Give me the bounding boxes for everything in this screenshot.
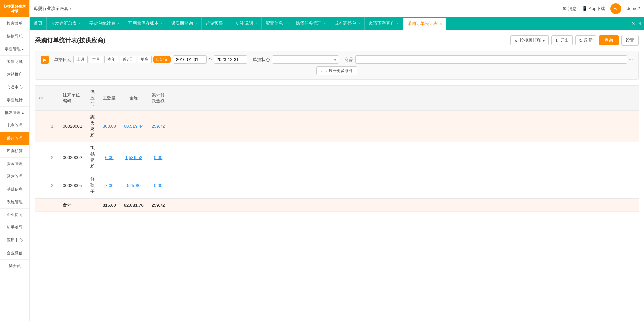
- expand-icon: ⌄⌄: [321, 69, 327, 73]
- sidebar-item-inventory[interactable]: 库存核算: [0, 145, 29, 158]
- workspace-selector[interactable]: 母婴行业演示账套 ▾: [34, 6, 560, 12]
- quantity-link-2[interactable]: 7.00: [105, 183, 113, 188]
- user-avatar[interactable]: Ea: [610, 3, 621, 14]
- expand-tabs-btn[interactable]: ⊡: [637, 21, 641, 26]
- sidebar-item-wholesale[interactable]: 批发管理 ▲: [0, 107, 29, 119]
- quantity-link-0[interactable]: 303.00: [103, 124, 116, 129]
- sidebar-item-enterprise-wx[interactable]: 企业微信: [0, 247, 29, 260]
- date-this-month-btn[interactable]: 本月: [89, 56, 103, 63]
- amount-link-2[interactable]: 525.80: [127, 183, 141, 188]
- nav-tab-purchase-summary[interactable]: 要货单统计表 ×: [85, 17, 124, 30]
- nav-tab-available-stock[interactable]: 可用量库存账本 ×: [124, 17, 167, 30]
- topbar-actions: ✉ 消息 📱 App下载 Ea demo2: [563, 3, 640, 14]
- date-this-year-btn[interactable]: 本年: [104, 56, 118, 63]
- template-print-label: 按模板打印: [520, 37, 541, 43]
- nav-tab-cost-adjust[interactable]: 成本调整单 ×: [330, 17, 365, 30]
- nav-tab-close-cost-adjust[interactable]: ×: [358, 21, 360, 25]
- nav-tab-label-purchase-order-summary: 采购订单统计表: [407, 21, 438, 27]
- sidebar-item-members[interactable]: 会员中心: [0, 81, 29, 94]
- settings-btn[interactable]: 设置: [621, 35, 639, 46]
- nav-tab-close-overstock[interactable]: ×: [225, 21, 227, 25]
- sidebar-arrow-icon: ▲: [21, 47, 25, 51]
- message-icon: ✉: [563, 6, 567, 11]
- nav-tab-label-pick-task: 拣货任务管理: [296, 20, 322, 26]
- template-arrow-icon: ▾: [543, 38, 545, 43]
- nav-tab-home[interactable]: 首页: [30, 17, 47, 30]
- nav-tab-label-cost-adjust: 成本调整单: [334, 20, 356, 26]
- row-num-2: 3: [47, 173, 57, 199]
- sidebar-item-basic[interactable]: 基础信息: [0, 183, 29, 196]
- sidebar-item-operation[interactable]: 经营管理: [0, 170, 29, 183]
- template-print-btn[interactable]: 🖨 按模板打印 ▾: [510, 35, 549, 45]
- nav-tab-invite-downstream[interactable]: 邀请下游客户 ×: [365, 17, 403, 30]
- nav-tab-close-available-stock[interactable]: ×: [161, 21, 163, 25]
- logo-text: 畅捷通好生意标版: [4, 4, 26, 14]
- sidebar-item-newbie[interactable]: 新手引导: [0, 221, 29, 234]
- filter-row: ▶ 单据日期 上月 本月 本年 近7天 更多 自定义: [41, 55, 633, 64]
- paid-link-2[interactable]: 0.00: [154, 183, 162, 188]
- sidebar-item-system[interactable]: 系统管理: [0, 196, 29, 209]
- sidebar-search-section[interactable]: 搜索菜单: [0, 17, 29, 30]
- date-custom-btn[interactable]: 自定义: [153, 56, 171, 63]
- goods-input[interactable]: [355, 55, 627, 64]
- nav-tab-close-invite-downstream[interactable]: ×: [397, 21, 399, 25]
- date-more-btn[interactable]: 更多: [138, 56, 152, 63]
- sidebar-item-retail-stats[interactable]: 零售统计: [0, 94, 29, 107]
- quantity-link-1[interactable]: 6.00: [105, 155, 113, 160]
- row-amount-1: 1,586.52: [120, 142, 148, 173]
- sidebar-item-app-center[interactable]: 应用中心: [0, 234, 29, 247]
- row-paid-2: 0.00: [148, 173, 169, 199]
- refresh-btn[interactable]: ↻ 刷新: [575, 35, 596, 45]
- goods-more-btn[interactable]: ···: [629, 57, 633, 63]
- row-quantity-0: 303.00: [99, 111, 120, 142]
- content-area: 采购订单统计表(按供应商) 🖨 按模板打印 ▾ ⬇ 导出 ↻ 刷新: [30, 30, 644, 321]
- expand-more-btn[interactable]: ⌄⌄ 展开更多条件: [316, 66, 357, 75]
- row-settings-0: [35, 111, 47, 142]
- date-range-separator: 至: [208, 57, 212, 63]
- amount-link-1[interactable]: 1,586.52: [125, 155, 142, 160]
- nav-tab-close-config-info[interactable]: ×: [285, 21, 287, 25]
- paid-link-0[interactable]: 259.72: [152, 124, 165, 129]
- nav-tab-close-expiry-query[interactable]: ×: [195, 21, 197, 25]
- nav-tab-pick-task[interactable]: 拣货任务管理 ×: [291, 17, 330, 30]
- close-all-tabs-btn[interactable]: ✕: [631, 21, 635, 26]
- nav-tab-label-invite-downstream: 邀请下游客户: [369, 20, 395, 26]
- filter-toggle-btn[interactable]: ▶: [41, 56, 49, 64]
- nav-tab-label-config-info: 配置信息: [266, 20, 283, 26]
- refresh-icon: ↻: [579, 38, 583, 43]
- sidebar-item-purchase[interactable]: 采购管理: [0, 132, 29, 145]
- sidebar-item-retail-shop[interactable]: 零售商城: [0, 56, 29, 68]
- sidebar-item-member[interactable]: 畅会员: [0, 260, 29, 272]
- sidebar-item-enterprise[interactable]: 企业协同: [0, 209, 29, 221]
- export-btn[interactable]: ⬇ 导出: [551, 35, 573, 45]
- message-btn[interactable]: ✉ 消息: [563, 6, 577, 12]
- nav-tab-close-func-desc[interactable]: ×: [255, 21, 257, 25]
- workspace-label: 母婴行业演示账套: [34, 6, 68, 12]
- paid-link-1[interactable]: 0.00: [154, 155, 162, 160]
- nav-tab-purchase-order-summary[interactable]: 采购订单统计表 ×: [403, 18, 446, 30]
- sidebar-item-marketing[interactable]: 营销推广: [0, 68, 29, 81]
- date-from-input[interactable]: [173, 55, 207, 64]
- nav-tab-expiry-query[interactable]: 保质期查询 ×: [167, 17, 201, 30]
- settings-icon: ⚙: [39, 96, 43, 101]
- nav-tab-receive-summary[interactable]: 收发存汇总表 ×: [47, 17, 85, 30]
- app-download-btn[interactable]: 📱 App下载: [582, 6, 605, 12]
- query-btn[interactable]: 查询: [599, 35, 619, 45]
- status-select[interactable]: [272, 55, 339, 64]
- date-7days-btn[interactable]: 近7天: [120, 56, 136, 63]
- sidebar-item-ecommerce[interactable]: 电商管理: [0, 119, 29, 132]
- sidebar-item-retail-mgmt[interactable]: 零售管理 ▲: [0, 43, 29, 56]
- nav-tab-close-purchase-summary[interactable]: ×: [117, 21, 119, 25]
- nav-tab-config-info[interactable]: 配置信息 ×: [262, 17, 291, 30]
- footer-label: 合计: [57, 198, 99, 212]
- nav-tab-close-purchase-order-summary[interactable]: ×: [440, 22, 442, 26]
- nav-tab-overstock[interactable]: 超储预警 ×: [202, 17, 231, 30]
- nav-tab-close-pick-task[interactable]: ×: [324, 21, 326, 25]
- nav-tab-func-desc[interactable]: 功能说明 ×: [231, 17, 261, 30]
- nav-tab-close-receive-summary[interactable]: ×: [79, 21, 81, 25]
- amount-link-0[interactable]: 60,519.44: [124, 124, 144, 129]
- date-to-input[interactable]: [214, 55, 247, 64]
- nav-tab-label-available-stock: 可用量库存账本: [128, 20, 159, 26]
- date-last-month-btn[interactable]: 上月: [73, 56, 88, 63]
- sidebar-item-finance[interactable]: 资金管理: [0, 158, 29, 170]
